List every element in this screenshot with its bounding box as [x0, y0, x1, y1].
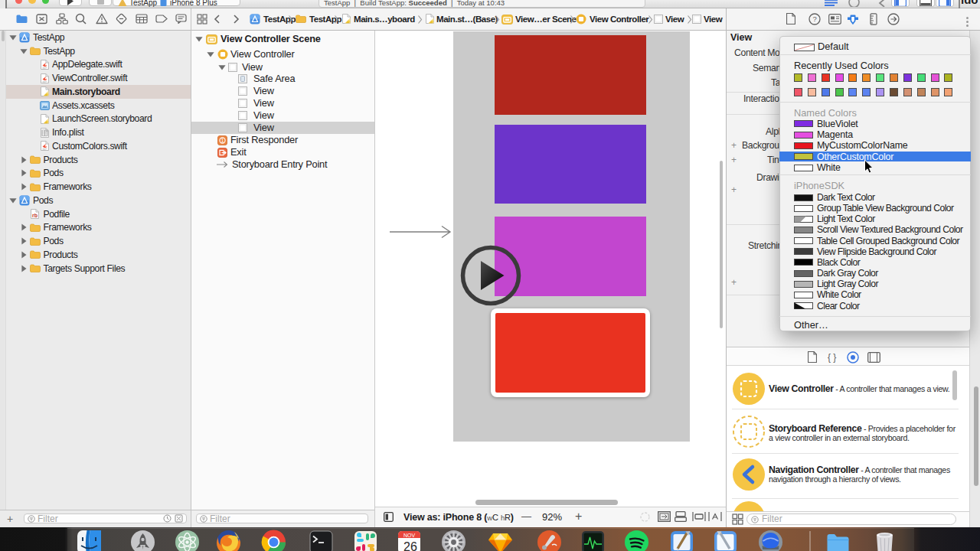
- svg-text:NOV: NOV: [403, 533, 416, 538]
- svg-text:rb: rb: [32, 213, 38, 218]
- svg-text:1: 1: [221, 138, 224, 143]
- svg-text:?: ?: [812, 15, 816, 23]
- svg-text:26: 26: [403, 540, 417, 551]
